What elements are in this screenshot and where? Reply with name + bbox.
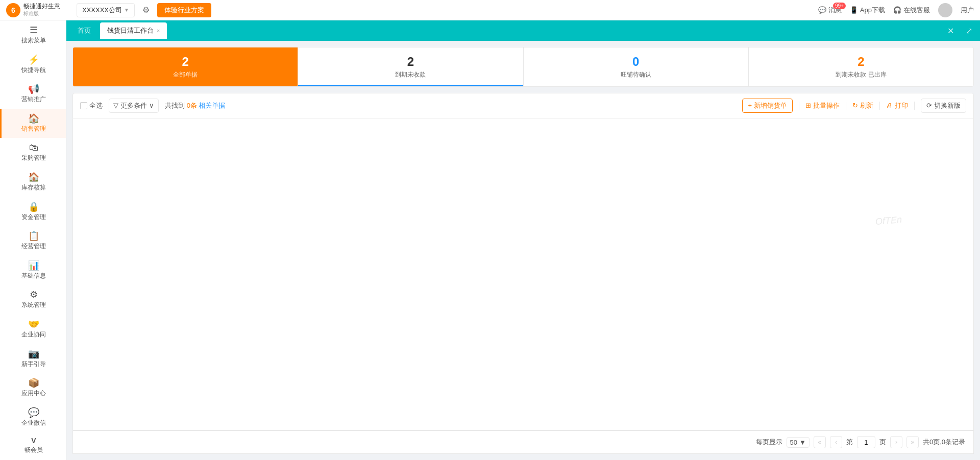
tab-close-window-btn[interactable]: ✕ [943,23,958,38]
sidebar-item-guide[interactable]: 📷 新手引导 [0,344,66,374]
result-suffix[interactable]: 相关单据 [199,102,225,109]
sidebar-item-app-center[interactable]: 📦 应用中心 [0,373,66,403]
switch-icon: ⟳ [926,102,932,109]
batch-operation-button[interactable]: ⊞ 批量操作 [805,101,840,110]
sidebar-item-purchase[interactable]: 🛍 采购管理 [0,138,66,167]
sidebar-item-basic-info[interactable]: 📊 基础信息 [0,256,66,285]
select-all-checkbox[interactable]: 全选 [80,101,103,110]
next-page-button[interactable]: › [890,436,902,448]
app-badge: 标准版 [23,10,60,17]
page-label-pre: 第 [846,438,853,447]
wechat-icon: 💬 [28,408,39,417]
sidebar-label-basic-info: 基础信息 [21,272,46,280]
search-menu-icon: ☰ [30,26,38,35]
stat-label-overdue: 到期未收款 [308,70,512,79]
filter-label: 更多条件 [120,101,147,110]
content-area: 首页 钱货日清工作台 × ✕ ⤢ 2 全部单据 2 [66,20,980,460]
page-size-select[interactable]: 50 ▼ [787,437,810,448]
new-order-button[interactable]: + 新增销货单 [742,99,793,113]
stat-card-overdue[interactable]: 2 到期未收款 [298,47,523,86]
print-label: 打印 [895,101,908,110]
guide-icon: 📷 [28,349,39,358]
logo-icon: 6 [6,3,20,17]
toolbar: 全选 ▽ 更多条件 ∨ 共找到 0条 相关单据 + 新增销货单 [72,93,974,118]
filter-chevron-icon: ∨ [149,102,154,109]
sidebar-label-operation: 经营管理 [21,243,46,251]
settings-button[interactable]: ⚙ [139,3,153,17]
basic-info-icon: 📊 [28,261,39,270]
sidebar-label-member: 畅会员 [24,446,43,454]
sidebar-item-inventory[interactable]: 🏠 库存核算 [0,167,66,197]
pagination-bar: 每页显示 50 ▼ « ‹ 第 页 › » 共0页,0条记录 [72,430,974,454]
batch-label: 批量操作 [813,101,840,110]
divider2 [846,102,846,110]
sidebar-label-guide: 新手引导 [21,360,46,369]
app-download-button[interactable]: 📱 App下载 [850,6,885,15]
divider1 [799,102,799,110]
stat-card-wangpu[interactable]: 0 旺铺待确认 [524,47,749,86]
user-name[interactable]: 用户 [961,6,974,15]
trial-button[interactable]: 体验行业方案 [157,3,211,17]
tab-close-icon[interactable]: × [157,28,160,34]
first-page-button[interactable]: « [814,436,826,448]
sidebar-item-quick-nav[interactable]: ⚡ 快捷导航 [0,50,66,80]
often-watermark: OfTEn [875,214,902,227]
page-size-label: 每页显示 [756,438,782,447]
print-icon: 🖨 [886,102,893,109]
sidebar-label-marketing: 营销推广 [21,95,46,104]
sidebar-item-search-menu[interactable]: ☰ 搜索菜单 [0,20,66,50]
select-all-label: 全选 [89,101,103,110]
filter-button[interactable]: ▽ 更多条件 ∨ [109,99,159,113]
page-size-arrow: ▼ [799,439,806,446]
sidebar: ☰ 搜索菜单 ⚡ 快捷导航 📢 营销推广 🏠 销售管理 🛍 采购管理 🏠 库存核… [0,20,66,460]
message-button[interactable]: 💬 消息 99+ [818,6,842,15]
sidebar-label-sales: 销售管理 [21,125,46,133]
main-layout: ☰ 搜索菜单 ⚡ 快捷导航 📢 营销推广 🏠 销售管理 🛍 采购管理 🏠 库存核… [0,20,980,460]
page-size-value: 50 [790,439,797,446]
inventory-icon: 🏠 [28,173,39,182]
stat-card-unshipped[interactable]: 2 到期未收款 已出库 [749,47,973,86]
purchase-icon: 🛍 [29,143,38,152]
tab-expand-btn[interactable]: ⤢ [962,23,976,38]
sales-icon: 🏠 [28,114,39,123]
refresh-button[interactable]: ↻ 刷新 [852,101,873,110]
username-text: 用户 [961,6,974,15]
company-name: XXXXXX公司 [82,6,122,15]
tab-workbench[interactable]: 钱货日清工作台 × [100,22,167,39]
app-name: 畅捷通好生意 [23,3,60,11]
divider4 [914,102,915,110]
sidebar-item-operation[interactable]: 📋 经营管理 [0,226,66,256]
page-content: 2 全部单据 2 到期未收款 0 旺铺待确认 2 到期未收款 已出库 [66,41,980,460]
sidebar-item-marketing[interactable]: 📢 营销推广 [0,79,66,109]
stat-card-all[interactable]: 2 全部单据 [73,47,298,86]
message-badge: 99+ [833,3,846,9]
stat-number-unshipped: 2 [759,55,963,69]
online-service-button[interactable]: 🎧 在线客服 [893,6,930,15]
company-selector[interactable]: XXXXXX公司 ▼ [77,3,135,17]
sidebar-item-sales[interactable]: 🏠 销售管理 [0,109,66,138]
print-button[interactable]: 🖨 打印 [886,101,908,110]
sidebar-item-enterprise[interactable]: 🤝 企业协同 [0,314,66,344]
refresh-label: 刷新 [860,101,873,110]
page-number-input[interactable] [857,436,875,448]
result-count: 0条 [187,102,197,109]
message-icon: 💬 [818,6,826,14]
headset-icon: 🎧 [893,6,901,14]
system-icon: ⚙ [30,290,38,299]
prev-page-button[interactable]: ‹ [830,436,842,448]
company-dropdown-arrow: ▼ [124,7,129,13]
divider3 [879,102,880,110]
sidebar-item-system[interactable]: ⚙ 系统管理 [0,285,66,314]
stat-card-underline [298,85,523,86]
tab-home[interactable]: 首页 [70,22,98,39]
stat-number-all: 2 [83,55,287,69]
stat-number-overdue: 2 [308,55,512,69]
tab-bar: 首页 钱货日清工作台 × ✕ ⤢ [66,20,980,41]
avatar[interactable] [938,3,952,17]
sidebar-item-member[interactable]: V 畅会员 [0,432,66,459]
sidebar-item-wechat[interactable]: 💬 企业微信 [0,403,66,432]
switch-version-button[interactable]: ⟳ 切换新版 [921,99,966,113]
sidebar-item-finance[interactable]: 🔒 资金管理 [0,197,66,227]
last-page-button[interactable]: » [906,436,919,448]
stat-label-all: 全部单据 [83,70,287,79]
